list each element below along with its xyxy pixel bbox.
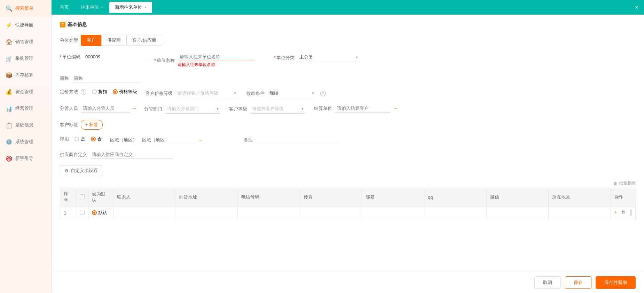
sidebar-item-finance[interactable]: 💰 资金管理 <box>0 83 51 100</box>
save-new-button[interactable]: 保存并新增 <box>596 276 636 289</box>
manager-input[interactable] <box>81 104 129 113</box>
custom-settings-button[interactable]: ⚙ 自定义项设置 <box>60 165 102 176</box>
disabled-no-radio[interactable]: 否 <box>91 136 102 142</box>
unit-name-field: *单位名称 请输入往来单位名称 <box>154 53 266 68</box>
department-select[interactable]: 请输入分管部门 ▾ <box>165 104 221 114</box>
sidebar-item-operation[interactable]: 📊 经营管理 <box>0 100 51 117</box>
sidebar-item-search[interactable]: 🔍 搜索菜单 <box>0 0 51 17</box>
payment-terms-help-icon[interactable]: ? <box>320 91 326 96</box>
tab-counterpart[interactable]: 往来单位 × <box>75 2 109 13</box>
col-address: 到货地址 <box>175 188 238 206</box>
row-checkbox[interactable] <box>80 210 85 215</box>
tab-close-counterpart[interactable]: × <box>101 5 103 9</box>
cell-seq: 1 <box>60 206 76 219</box>
region-input[interactable] <box>140 136 196 144</box>
cell-wechat[interactable] <box>486 206 549 219</box>
sidebar-item-inventory[interactable]: 📦 库存核算 <box>0 67 51 83</box>
customer-price-level-select[interactable]: 请选择客户价格等级 ▾ <box>175 89 238 98</box>
disabled-yes-radio[interactable]: 是 <box>74 136 85 142</box>
pricing-help-icon[interactable]: ? <box>81 89 86 95</box>
settlement-unit-more-icon[interactable]: ··· <box>393 105 397 112</box>
sidebar-item-sales[interactable]: 🏠 销售管理 <box>0 33 51 50</box>
pricing-discount-radio[interactable]: 折扣 <box>92 89 107 95</box>
cancel-button[interactable]: 取消 <box>534 276 561 289</box>
payment-terms-select[interactable]: 现结 ▾ <box>267 89 316 98</box>
region-label: 区域（地区） <box>110 137 137 143</box>
unit-category-label: *单位分类 <box>274 55 294 61</box>
col-seq: 序号 <box>60 188 76 206</box>
tab-close-new-counterpart[interactable]: × <box>144 5 146 9</box>
section-title-text: 基本信息 <box>68 22 87 28</box>
cell-phone[interactable] <box>238 206 300 219</box>
cell-region[interactable] <box>549 206 611 219</box>
select-all-checkbox[interactable] <box>80 194 85 199</box>
batch-delete-area[interactable]: 🗑 批量删除 <box>60 180 636 186</box>
unit-type-both[interactable]: 客户/供应商 <box>126 35 162 46</box>
tab-bar: 首页 往来单位 × 新增往来单位 × × <box>52 0 644 15</box>
sidebar-item-label: 系统管理 <box>15 139 33 145</box>
table-row: 1 默认 <box>60 206 636 219</box>
cell-fax[interactable] <box>300 206 362 219</box>
cell-qq[interactable] <box>424 206 487 219</box>
delete-row-button[interactable]: 🗑 <box>621 210 626 215</box>
department-field: 分管部门 请输入分管部门 ▾ <box>144 104 221 114</box>
col-checkbox <box>76 188 88 206</box>
save-button[interactable]: 保存 <box>565 276 591 289</box>
sidebar-item-system[interactable]: ⚙️ 系统管理 <box>0 133 51 150</box>
unit-type-group: 客户 供应商 客户/供应商 <box>81 35 162 46</box>
disabled-label: 停用 <box>60 136 69 142</box>
cell-default: 默认 <box>88 206 113 219</box>
cell-contact[interactable] <box>113 206 175 219</box>
manager-more-icon[interactable]: ··· <box>132 105 136 112</box>
pricing-level-circle <box>113 89 118 94</box>
payment-terms-field: 收款条件 现结 ▾ ? <box>246 89 326 98</box>
pricing-method-field: 定价方法 ? 折扣 价格等级 <box>60 89 137 95</box>
customer-tag-label: 客户标签 <box>60 122 78 128</box>
abbr-field: 简称 <box>60 74 141 82</box>
col-phone: 电话号码 <box>238 188 300 206</box>
col-qq: qq <box>424 188 487 206</box>
supplier-custom-input[interactable] <box>90 150 173 159</box>
col-contact: 联系人 <box>113 188 175 206</box>
sidebar-item-quicknav[interactable]: ⚡ 快捷导航 <box>0 17 51 33</box>
unit-category-select[interactable]: 未分类 ▾ <box>297 53 360 62</box>
pricing-method-label: 定价方法 ? <box>60 89 86 95</box>
abbr-row: 简称 <box>60 74 636 82</box>
settlement-unit-label: 结算单位 <box>314 105 332 112</box>
main-area: 首页 往来单位 × 新增往来单位 × × F 基本信息 单位类型 客户 供应商 … <box>52 0 644 293</box>
system-icon: ⚙️ <box>6 138 13 145</box>
cell-email[interactable] <box>362 206 424 219</box>
pricing-row: 定价方法 ? 折扣 价格等级 客户价格等级 请选择客户价 <box>60 89 636 98</box>
sidebar-item-label: 新手引导 <box>15 155 33 162</box>
sidebar-item-purchase[interactable]: 🛒 采购管理 <box>0 50 51 67</box>
row-default-radio[interactable]: 默认 <box>92 210 110 216</box>
add-tag-button[interactable]: + 标签 <box>81 120 103 130</box>
unit-type-customer[interactable]: 客户 <box>81 35 102 46</box>
unit-type-supplier[interactable]: 供应商 <box>101 35 127 46</box>
region-field: 区域（地区） ··· <box>110 136 235 144</box>
col-email: 邮箱 <box>362 188 424 206</box>
customer-level-select[interactable]: 请选择客户等级 ▾ <box>250 104 306 114</box>
remark-input[interactable] <box>256 136 339 144</box>
sidebar-item-label: 经营管理 <box>15 105 33 112</box>
unit-info-row: *单位编码 *单位名称 请输入往来单位名称 *单位分类 未分类 <box>60 53 636 68</box>
sidebar-item-basic-info[interactable]: 📋 基础信息 <box>0 117 51 133</box>
cell-address[interactable] <box>175 206 238 219</box>
settlement-unit-input[interactable] <box>335 104 391 113</box>
sidebar-item-label: 采购管理 <box>15 55 33 62</box>
unit-type-row: 单位类型 客户 供应商 客户/供应商 <box>60 35 636 46</box>
custom-settings-label: 自定义项设置 <box>71 168 98 174</box>
unit-name-input[interactable] <box>178 53 254 61</box>
tab-home[interactable]: 首页 <box>54 2 74 13</box>
sidebar-item-newbie[interactable]: 🎯 新手引导 <box>0 150 51 167</box>
unit-code-input[interactable] <box>83 53 146 61</box>
add-row-button[interactable]: + <box>614 210 617 215</box>
region-more-icon[interactable]: ··· <box>198 137 202 143</box>
abbr-input[interactable] <box>72 74 141 82</box>
tab-new-counterpart[interactable]: 新增往来单位 × <box>109 2 152 13</box>
window-close-button[interactable]: × <box>632 4 641 11</box>
unit-name-wrapper: 请输入往来单位名称 <box>178 53 254 68</box>
unit-type-field: 单位类型 客户 供应商 客户/供应商 <box>60 35 162 46</box>
abbr-label: 简称 <box>60 75 69 81</box>
pricing-level-radio[interactable]: 价格等级 <box>113 89 137 95</box>
